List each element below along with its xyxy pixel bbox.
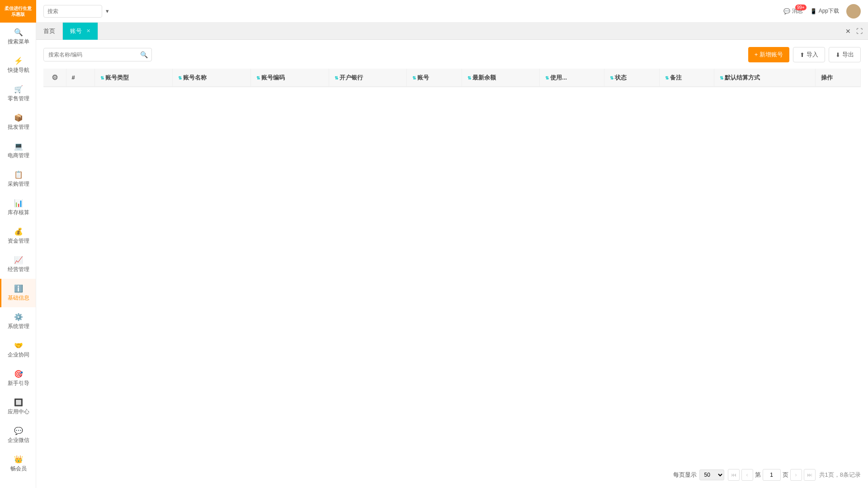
tab-close-account[interactable]: ✕ [86, 28, 90, 34]
sidebar-item-inventory-check[interactable]: 📊库存核算 [0, 193, 36, 222]
sidebar-item-system-mgmt[interactable]: ⚙️系统管理 [0, 307, 36, 336]
page-total: 共1页，8条记录 [819, 471, 861, 479]
sidebar-label-enjoy-member: 畅会员 [10, 465, 27, 473]
sidebar-item-search-menu[interactable]: 🔍搜索菜单 [0, 23, 36, 51]
sidebar-icon-newcomer-guide: 🎯 [14, 370, 23, 378]
topbar: ▾ 💬 消息 99+ 📱 App下载 [36, 0, 868, 23]
export-icon: ⬇ [835, 52, 840, 58]
sidebar-label-enterprise-agreement: 企业协同 [8, 351, 29, 359]
sidebar-item-app-center[interactable]: 🔲应用中心 [0, 393, 36, 421]
import-icon: ⬆ [800, 52, 805, 58]
export-button[interactable]: ⬇ 导出 [829, 47, 861, 62]
th-remark[interactable]: ⇅备注 [659, 69, 714, 87]
th-account-code[interactable]: ⇅账号编码 [250, 69, 329, 87]
sidebar-icon-ops-mgmt: 📈 [14, 256, 23, 264]
sidebar-item-ecommerce-mgmt[interactable]: 💻电商管理 [0, 136, 36, 165]
sidebar-icon-search-menu: 🔍 [14, 28, 23, 37]
sidebar-item-enjoy-member[interactable]: 👑畅会员 [0, 450, 36, 478]
settings-icon[interactable]: ⚙ [52, 74, 58, 81]
sidebar-icon-app-center: 🔲 [14, 398, 23, 407]
sidebar-icon-purchase-mgmt: 📋 [14, 170, 23, 179]
sidebar-icon-basic-info: ℹ️ [14, 284, 23, 293]
page-nav: ⏮ ‹ 第 页 › ⏭ [728, 469, 816, 481]
tab-account[interactable]: 账号✕ [63, 23, 98, 40]
sidebar-icon-system-mgmt: ⚙️ [14, 313, 23, 321]
sidebar-item-basic-info[interactable]: ℹ️基础信息 [0, 279, 36, 307]
add-account-button[interactable]: + 新增账号 [748, 47, 789, 62]
search-input[interactable] [44, 49, 137, 61]
first-page-button[interactable]: ⏮ [728, 469, 740, 481]
sidebar-item-finance-mgmt[interactable]: 💰资金管理 [0, 222, 36, 250]
th-account-type[interactable]: ⇅账号类型 [94, 69, 173, 87]
sidebar-label-retail-mgmt: 零售管理 [8, 95, 29, 103]
import-button[interactable]: ⬆ 导入 [793, 47, 825, 62]
sidebar-nav: 🔍搜索菜单⚡快捷导航🛒零售管理📦批发管理💻电商管理📋采购管理📊库存核算💰资金管理… [0, 23, 36, 488]
sidebar-item-enterprise-wechat[interactable]: 💬企业微信 [0, 421, 36, 450]
sidebar-item-wholesale-mgmt[interactable]: 📦批发管理 [0, 108, 36, 136]
sidebar-icon-retail-mgmt: 🛒 [14, 85, 23, 94]
sidebar-item-purchase-mgmt[interactable]: 📋采购管理 [0, 165, 36, 193]
topbar-dropdown[interactable]: ▾ [106, 8, 109, 14]
last-page-button[interactable]: ⏭ [804, 469, 816, 481]
sidebar-label-basic-info: 基础信息 [8, 294, 29, 302]
topbar-avatar[interactable] [846, 4, 861, 19]
chevron-down-icon: ▾ [106, 8, 109, 14]
sidebar-label-finance-mgmt: 资金管理 [8, 237, 29, 245]
sidebar-item-enterprise-agreement[interactable]: 🤝企业协同 [0, 336, 36, 364]
sidebar-icon-enjoy-member: 👑 [14, 455, 23, 464]
topbar-app-download[interactable]: 📱 App下载 [810, 7, 839, 15]
th-status[interactable]: ⇅状态 [604, 69, 660, 87]
sidebar-item-retail-mgmt[interactable]: 🛒零售管理 [0, 80, 36, 108]
th-settings[interactable]: ⚙ [43, 69, 66, 87]
topbar-search-input[interactable] [43, 5, 102, 18]
sidebar-label-ops-mgmt: 经营管理 [8, 266, 29, 273]
sidebar-icon-enterprise-wechat: 💬 [14, 427, 23, 435]
tab-label-home: 首页 [43, 27, 55, 35]
th-open-bank[interactable]: ⇅开户银行 [329, 69, 407, 87]
sidebar-label-wholesale-mgmt: 批发管理 [8, 123, 29, 131]
sidebar-item-ops-mgmt[interactable]: 📈经营管理 [0, 250, 36, 279]
th-usage[interactable]: ⇅使用... [540, 69, 604, 87]
sidebar-icon-quick-nav: ⚡ [14, 56, 23, 65]
sidebar-label-purchase-mgmt: 采购管理 [8, 180, 29, 188]
sidebar-logo: 柔佳进行生意 乐惠版 [0, 0, 36, 23]
th-account-name[interactable]: ⇅账号名称 [173, 69, 251, 87]
current-page-input[interactable] [763, 469, 781, 481]
prev-page-button[interactable]: ‹ [741, 469, 753, 481]
per-page-select[interactable]: 50 20 100 [699, 469, 724, 480]
main-area: ▾ 💬 消息 99+ 📱 App下载 首页账号✕ ✕ ⛶ [36, 0, 868, 488]
sidebar-icon-wholesale-mgmt: 📦 [14, 113, 23, 122]
th-default-settlement[interactable]: ⇅默认结算方式 [714, 69, 816, 87]
th-account-number[interactable]: ⇅账号 [407, 69, 462, 87]
sidebar-icon-inventory-check: 📊 [14, 199, 23, 207]
tab-home[interactable]: 首页 [36, 23, 63, 40]
tab-label-account: 账号 [70, 27, 82, 35]
toolbar-right: + 新增账号 ⬆ 导入 ⬇ 导出 [748, 47, 861, 62]
sidebar-icon-enterprise-agreement: 🤝 [14, 341, 23, 350]
per-page: 每页显示 50 20 100 [673, 469, 724, 480]
sidebar-icon-ecommerce-mgmt: 💻 [14, 142, 23, 150]
th-latest-balance[interactable]: ⇅最新余额 [462, 69, 540, 87]
sidebar-item-newcomer-guide[interactable]: 🎯新手引导 [0, 364, 36, 393]
search-button[interactable]: 🔍 [137, 48, 151, 61]
sidebar-icon-finance-mgmt: 💰 [14, 227, 23, 236]
sidebar-label-quick-nav: 快捷导航 [8, 66, 29, 74]
tab-fullscreen-button[interactable]: ⛶ [854, 26, 864, 37]
sidebar-label-inventory-check: 库存核算 [8, 209, 29, 216]
table-header: ⚙ # ⇅账号类型 ⇅账号名称 ⇅账号编码 ⇅开户银行 ⇅账号 ⇅最新余额 ⇅使… [43, 69, 861, 87]
tab-actions: ✕ ⛶ [844, 26, 868, 37]
sidebar: 柔佳进行生意 乐惠版 🔍搜索菜单⚡快捷导航🛒零售管理📦批发管理💻电商管理📋采购管… [0, 0, 36, 488]
sidebar-label-enterprise-wechat: 企业微信 [8, 436, 29, 444]
th-index: # [66, 69, 94, 87]
tabbar: 首页账号✕ ✕ ⛶ [36, 23, 868, 40]
sidebar-label-ecommerce-mgmt: 电商管理 [8, 152, 29, 160]
sidebar-label-system-mgmt: 系统管理 [8, 323, 29, 330]
pagination: 每页显示 50 20 100 ⏮ ‹ 第 页 › ⏭ 共1页，8条记录 [43, 464, 861, 481]
account-table: ⚙ # ⇅账号类型 ⇅账号名称 ⇅账号编码 ⇅开户银行 ⇅账号 ⇅最新余额 ⇅使… [43, 69, 861, 87]
message-badge: 99+ [795, 5, 807, 10]
sidebar-item-quick-nav[interactable]: ⚡快捷导航 [0, 51, 36, 80]
tab-close-all-button[interactable]: ✕ [844, 26, 853, 37]
topbar-message[interactable]: 💬 消息 99+ [783, 7, 803, 15]
next-page-button[interactable]: › [790, 469, 802, 481]
topbar-left: ▾ [43, 5, 109, 18]
